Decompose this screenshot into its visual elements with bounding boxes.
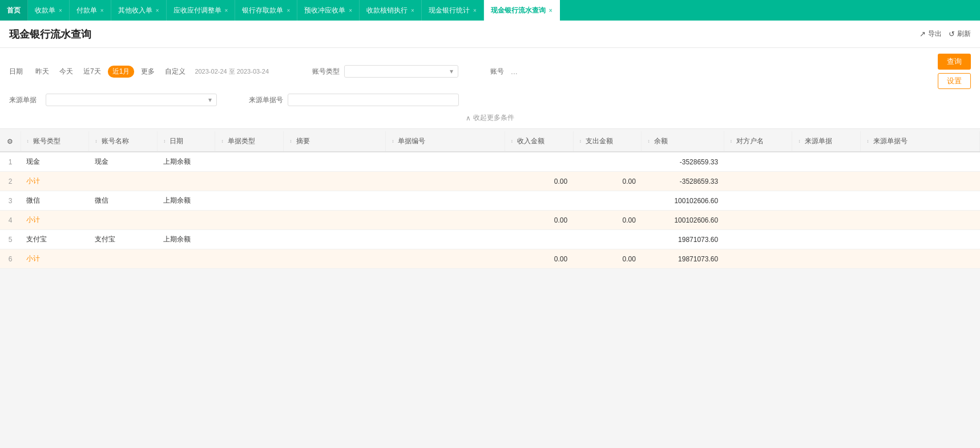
close-icon[interactable]: × [549, 7, 552, 14]
source-doc-no-input[interactable] [288, 94, 459, 106]
doc-type-cell [215, 249, 284, 269]
row-number: 1 [0, 152, 21, 172]
sort-icon[interactable]: ↕ [798, 139, 800, 144]
refresh-icon: ↺ [949, 30, 955, 38]
table-row[interactable]: 3微信微信上期余额100102606.60 [0, 191, 980, 211]
date-opt-more[interactable]: 更多 [138, 66, 158, 78]
nav-item-receipts[interactable]: 收款单 × [28, 0, 70, 21]
source-doc-cell [792, 191, 861, 211]
table-row[interactable]: 6小计0.000.0019871073.60 [0, 249, 980, 269]
refresh-label: 刷新 [957, 29, 971, 39]
sort-icon[interactable]: ↕ [730, 139, 732, 144]
source-doc-cell [792, 211, 861, 230]
account-dots[interactable]: ... [509, 67, 520, 76]
th-account-type: ↕ 账号类型 [21, 131, 89, 152]
date-label: 日期 [9, 67, 23, 76]
doc-type-cell [215, 191, 284, 211]
nav-item-prepay[interactable]: 预收冲应收单 × [297, 0, 360, 21]
close-icon[interactable]: × [411, 7, 414, 14]
collapse-bar[interactable]: ∧ 收起更多条件 [9, 111, 971, 125]
sort-icon[interactable]: ↕ [163, 139, 166, 144]
table-row[interactable]: 1现金现金上期余额-3528659.33 [0, 152, 980, 172]
date-opt-custom[interactable]: 自定义 [162, 66, 189, 78]
summary-cell [284, 172, 386, 191]
nav-item-receipt-verify[interactable]: 收款核销执行 × [360, 0, 422, 21]
source-doc-select[interactable]: ▾ [46, 94, 217, 106]
date-cell [158, 211, 215, 230]
sort-icon[interactable]: ↕ [511, 139, 513, 144]
balance-cell: 19871073.60 [642, 230, 724, 249]
close-icon[interactable]: × [349, 7, 352, 14]
date-opt-today[interactable]: 今天 [56, 66, 76, 78]
query-button[interactable]: 查询 [938, 54, 971, 70]
close-icon[interactable]: × [473, 7, 477, 14]
sort-icon[interactable]: ↕ [647, 139, 650, 144]
balance-cell: 19871073.60 [642, 249, 724, 269]
balance-cell: 100102606.60 [642, 191, 724, 211]
sort-icon[interactable]: ↕ [579, 139, 582, 144]
close-icon[interactable]: × [225, 7, 228, 14]
sort-icon[interactable]: ↕ [27, 139, 29, 144]
table-body: 1现金现金上期余额-3528659.332小计0.000.00-3528659.… [0, 152, 980, 269]
doc-type-cell [215, 211, 284, 230]
sort-icon[interactable]: ↕ [289, 139, 292, 144]
th-gear[interactable]: ⚙ [0, 131, 21, 152]
income-cell [505, 191, 573, 211]
source-doc-no-cell [861, 152, 980, 172]
source-doc-cell [792, 230, 861, 249]
date-cell: 上期余额 [158, 191, 215, 211]
collapse-up-icon: ∧ [466, 114, 471, 122]
filter-row-2: 来源单据 ▾ 来源单据号 [9, 94, 971, 106]
summary-cell [284, 191, 386, 211]
date-opt-1month[interactable]: 近1月 [108, 66, 135, 78]
date-cell [158, 249, 215, 269]
date-opt-yesterday[interactable]: 昨天 [32, 66, 53, 78]
expense-cell [573, 152, 642, 172]
setting-button[interactable]: 设置 [938, 73, 971, 89]
doc-type-cell [215, 152, 284, 172]
page-title: 现金银行流水查询 [9, 27, 91, 41]
close-icon[interactable]: × [287, 7, 290, 14]
nav-item-cash-stats[interactable]: 现金银行统计 × [422, 0, 484, 21]
expense-cell [573, 191, 642, 211]
table-row[interactable]: 4小计0.000.00100102606.60 [0, 211, 980, 230]
close-icon[interactable]: × [59, 7, 62, 14]
date-opt-7days[interactable]: 近7天 [80, 66, 104, 78]
source-doc-no-label: 来源单据号 [249, 95, 283, 105]
close-icon[interactable]: × [156, 7, 159, 14]
row-number: 6 [0, 249, 21, 269]
table-row[interactable]: 5支付宝支付宝上期余额19871073.60 [0, 230, 980, 249]
source-doc-no-cell [861, 191, 980, 211]
nav-label: 现金银行流水查询 [491, 6, 546, 15]
export-button[interactable]: ↗ 导出 [919, 29, 942, 39]
counterpart-cell [724, 172, 792, 191]
source-doc-no-cell [861, 211, 980, 230]
th-date: ↕ 日期 [158, 131, 215, 152]
nav-item-bank-deposit[interactable]: 银行存取款单 × [235, 0, 297, 21]
nav-item-cash-flow[interactable]: 现金银行流水查询 × [484, 0, 560, 21]
header-actions: ↗ 导出 ↺ 刷新 [919, 29, 971, 39]
sort-icon[interactable]: ↕ [866, 139, 869, 144]
sort-icon[interactable]: ↕ [221, 139, 223, 144]
nav-home[interactable]: 首页 [0, 0, 28, 21]
close-icon[interactable]: × [100, 7, 104, 14]
doc-no-cell [386, 191, 505, 211]
refresh-button[interactable]: ↺ 刷新 [949, 29, 971, 39]
nav-item-other-income[interactable]: 其他收入单 × [111, 0, 167, 21]
row-number: 4 [0, 211, 21, 230]
th-expense: ↕ 支出金额 [573, 131, 642, 152]
nav-item-ar-adjust[interactable]: 应收应付调整单 × [167, 0, 236, 21]
sort-icon[interactable]: ↕ [392, 139, 394, 144]
table-header-row: ⚙ ↕ 账号类型 ↕ 账号名称 ↕ 日期 ↕ 单据类型 ↕ [0, 131, 980, 152]
doc-no-cell [386, 152, 505, 172]
account-name-cell: 现金 [89, 152, 158, 172]
account-type-select[interactable]: ▾ [344, 65, 458, 78]
nav-item-payments[interactable]: 付款单 × [70, 0, 111, 21]
table-row[interactable]: 2小计0.000.00-3528659.33 [0, 172, 980, 191]
filter-actions: 查询 设置 [938, 54, 971, 89]
sort-icon[interactable]: ↕ [95, 139, 97, 144]
income-cell [505, 152, 573, 172]
export-label: 导出 [928, 29, 942, 39]
th-source-doc-no: ↕ 来源单据号 [861, 131, 980, 152]
account-type-cell: 支付宝 [21, 230, 89, 249]
